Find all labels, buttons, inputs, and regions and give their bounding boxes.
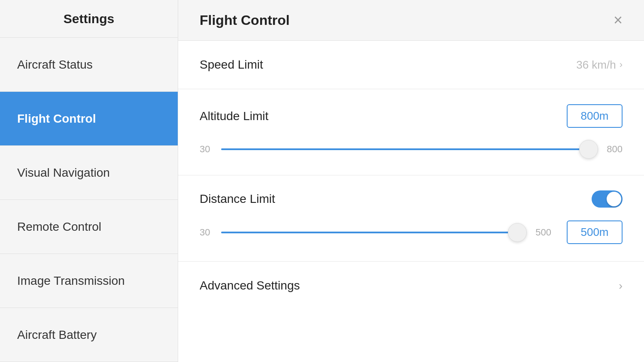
speed-limit-value: 36 km/h	[576, 58, 616, 72]
advanced-settings-chevron-icon: ›	[619, 279, 623, 293]
sidebar-title: Settings	[64, 12, 114, 26]
sidebar-item-flight-control-label: Flight Control	[17, 112, 96, 126]
altitude-slider-container	[221, 141, 598, 158]
distance-slider-max: 500	[535, 227, 551, 238]
page-title: Flight Control	[200, 12, 290, 28]
sidebar-item-aircraft-status-label: Aircraft Status	[17, 58, 93, 72]
distance-slider-row: 30 500 500m	[200, 220, 623, 244]
distance-slider[interactable]	[221, 232, 527, 233]
advanced-settings-section[interactable]: Advanced Settings ›	[178, 262, 644, 310]
app-container: Settings Aircraft Status Flight Control …	[0, 0, 644, 362]
altitude-slider-min: 30	[200, 144, 213, 155]
distance-slider-min: 30	[200, 227, 213, 238]
distance-slider-container	[221, 224, 527, 241]
altitude-limit-section: Altitude Limit 800m 30 800	[178, 89, 644, 175]
distance-limit-toggle[interactable]	[592, 190, 623, 208]
distance-limit-value: 500m	[580, 226, 608, 238]
toggle-knob	[607, 192, 621, 206]
speed-limit-value-nav[interactable]: 36 km/h ›	[576, 58, 623, 72]
close-button[interactable]: ×	[614, 12, 623, 28]
sidebar-nav: Aircraft Status Flight Control Visual Na…	[0, 38, 178, 362]
sidebar-item-visual-navigation-label: Visual Navigation	[17, 166, 110, 180]
sidebar-item-visual-navigation[interactable]: Visual Navigation	[0, 146, 178, 200]
altitude-slider[interactable]	[221, 148, 598, 150]
content-area: Speed Limit 36 km/h › Altitude Limit 800…	[178, 41, 644, 362]
sidebar: Settings Aircraft Status Flight Control …	[0, 0, 178, 362]
main-content: Flight Control × Speed Limit 36 km/h › A…	[178, 0, 644, 362]
altitude-limit-value-box[interactable]: 800m	[567, 104, 623, 128]
altitude-limit-label: Altitude Limit	[200, 109, 268, 123]
distance-limit-value-box[interactable]: 500m	[567, 220, 623, 244]
altitude-limit-top-row: Altitude Limit 800m	[200, 104, 623, 128]
sidebar-item-remote-control-label: Remote Control	[17, 220, 101, 234]
advanced-settings-label: Advanced Settings	[200, 279, 300, 293]
speed-limit-label: Speed Limit	[200, 58, 263, 72]
altitude-slider-row: 30 800	[200, 141, 623, 158]
sidebar-item-aircraft-battery[interactable]: Aircraft Battery	[0, 308, 178, 362]
sidebar-header: Settings	[0, 0, 178, 38]
speed-limit-chevron-icon: ›	[620, 59, 623, 70]
sidebar-item-aircraft-status[interactable]: Aircraft Status	[0, 38, 178, 92]
distance-limit-label: Distance Limit	[200, 192, 275, 206]
sidebar-item-image-transmission[interactable]: Image Transmission	[0, 254, 178, 308]
sidebar-item-flight-control[interactable]: Flight Control	[0, 92, 178, 146]
speed-limit-row[interactable]: Speed Limit 36 km/h ›	[200, 58, 623, 72]
altitude-slider-max: 800	[607, 144, 623, 155]
sidebar-item-remote-control[interactable]: Remote Control	[0, 200, 178, 254]
sidebar-item-aircraft-battery-label: Aircraft Battery	[17, 328, 97, 342]
distance-limit-top-row: Distance Limit	[200, 190, 623, 208]
distance-limit-section: Distance Limit 30 500 500m	[178, 175, 644, 262]
sidebar-item-image-transmission-label: Image Transmission	[17, 274, 125, 288]
main-header: Flight Control ×	[178, 0, 644, 41]
speed-limit-section: Speed Limit 36 km/h ›	[178, 41, 644, 89]
altitude-limit-value: 800m	[580, 109, 608, 122]
